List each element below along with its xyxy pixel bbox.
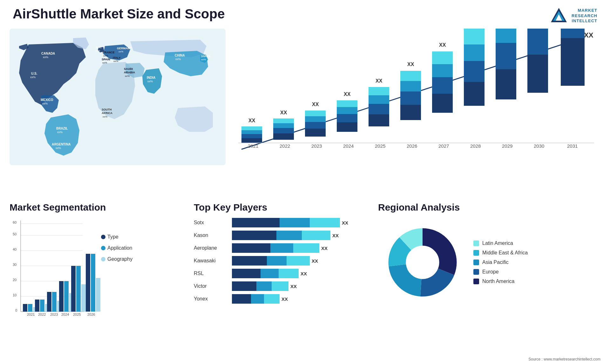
svg-text:U.S.: U.S.	[31, 72, 37, 75]
svg-text:2021: 2021	[248, 143, 258, 149]
player-bar-victor: XX	[232, 281, 372, 291]
svg-text:2030: 2030	[534, 143, 544, 149]
logo: MARKET RESEARCH INTELLECT	[549, 6, 597, 25]
svg-rect-138	[76, 266, 81, 312]
svg-text:xx%: xx%	[42, 102, 48, 105]
svg-rect-52	[305, 116, 326, 122]
svg-rect-40	[241, 130, 262, 134]
player-bar-sotx: XX	[232, 218, 372, 227]
svg-text:2026: 2026	[407, 143, 417, 149]
map-container: CANADA xx% U.S. xx% MEXICO xx% BRAZIL xx…	[10, 29, 226, 165]
north-america-label: North America	[482, 279, 514, 284]
player-bar-kason: XX	[232, 231, 372, 240]
svg-rect-68	[400, 105, 421, 120]
svg-rect-74	[432, 94, 453, 113]
svg-text:SPAIN: SPAIN	[102, 58, 110, 61]
svg-text:xx%: xx%	[43, 56, 48, 59]
player-name-kason: Kason	[194, 233, 229, 238]
players-list: Sotx XX Kason XX Aer	[194, 218, 372, 304]
svg-rect-57	[337, 114, 357, 122]
svg-text:CHINA: CHINA	[175, 54, 185, 57]
svg-rect-44	[273, 133, 294, 140]
svg-text:2027: 2027	[438, 143, 449, 149]
svg-text:GERMANY: GERMANY	[117, 47, 132, 50]
player-row-sotx: Sotx XX	[194, 218, 372, 227]
svg-rect-50	[305, 129, 326, 137]
legend-europe: Europe	[473, 269, 528, 275]
svg-point-149	[101, 257, 105, 261]
svg-text:MEXICO: MEXICO	[41, 98, 53, 102]
svg-rect-80	[464, 82, 485, 106]
svg-text:Application: Application	[107, 245, 132, 251]
player-name-yonex: Yonex	[194, 296, 229, 302]
svg-text:AFRICA: AFRICA	[102, 111, 112, 115]
svg-rect-143	[96, 278, 100, 312]
svg-rect-69	[400, 91, 421, 105]
svg-rect-63	[369, 104, 389, 114]
middle-east-dot	[473, 250, 479, 256]
svg-text:XX: XX	[344, 91, 351, 97]
key-players-section: Top Key Players Sotx XX Kason	[194, 202, 372, 354]
svg-rect-53	[305, 111, 326, 116]
svg-rect-121	[23, 304, 27, 312]
asia-pacific-label: Asia Pacific	[482, 260, 509, 265]
svg-text:XX: XX	[376, 78, 383, 84]
svg-rect-125	[35, 300, 39, 312]
svg-text:xx%: xx%	[95, 49, 100, 52]
europe-label: Europe	[482, 269, 499, 275]
svg-point-147	[101, 246, 105, 250]
svg-text:2021: 2021	[27, 313, 35, 316]
svg-rect-77	[432, 51, 453, 64]
player-name-victor: Victor	[194, 283, 229, 289]
svg-rect-59	[337, 100, 357, 107]
svg-text:Type: Type	[107, 234, 119, 239]
svg-text:xx%: xx%	[201, 58, 206, 61]
growth-chart-section: XX XX 2021 XX 2022 XX 2023 XX 2024	[229, 29, 600, 165]
legend-middle-east-africa: Middle East & Africa	[473, 250, 528, 256]
svg-rect-70	[400, 81, 421, 91]
canada-label: CANADA	[41, 52, 55, 55]
svg-text:30: 30	[13, 263, 17, 266]
svg-rect-141	[86, 254, 90, 312]
svg-text:BRAZIL: BRAZIL	[56, 127, 68, 130]
svg-rect-75	[432, 77, 453, 94]
svg-text:Geography: Geography	[107, 256, 132, 262]
legend-asia-pacific: Asia Pacific	[473, 260, 528, 265]
svg-rect-81	[464, 61, 485, 82]
svg-rect-133	[59, 281, 64, 312]
svg-text:2024: 2024	[343, 143, 354, 149]
svg-text:xx%: xx%	[125, 75, 130, 78]
svg-rect-130	[52, 292, 57, 312]
player-row-kason: Kason XX	[194, 231, 372, 240]
regional-title: Regional Analysis	[378, 202, 600, 213]
svg-rect-92	[527, 55, 548, 93]
svg-rect-76	[432, 64, 453, 77]
svg-text:2023: 2023	[50, 313, 58, 316]
regional-analysis-section: Regional Analysis	[378, 202, 600, 354]
svg-text:SOUTH: SOUTH	[102, 108, 112, 111]
svg-text:0: 0	[15, 308, 17, 312]
svg-text:FRANCE: FRANCE	[103, 51, 115, 54]
player-row-victor: Victor XX	[194, 281, 372, 291]
svg-rect-86	[496, 69, 516, 99]
svg-rect-38	[241, 138, 262, 143]
svg-rect-65	[369, 87, 389, 95]
svg-text:XX: XX	[312, 102, 319, 107]
svg-rect-51	[305, 122, 326, 129]
svg-rect-64	[369, 95, 389, 104]
svg-rect-46	[273, 123, 294, 128]
svg-rect-99	[561, 29, 585, 38]
latin-america-label: Latin America	[482, 240, 513, 246]
svg-text:ITALY: ITALY	[113, 56, 121, 59]
svg-rect-58	[337, 107, 357, 114]
svg-rect-62	[369, 114, 389, 126]
svg-text:ARGENTINA: ARGENTINA	[52, 143, 71, 146]
svg-rect-87	[496, 43, 516, 69]
header: AirShuttle Market Size and Scope MARKET …	[13, 6, 597, 25]
donut-svg	[378, 218, 467, 307]
svg-rect-98	[561, 38, 585, 86]
svg-rect-142	[91, 254, 95, 312]
svg-text:20: 20	[13, 278, 17, 282]
donut-chart	[378, 218, 467, 307]
asia-pacific-dot	[473, 260, 479, 265]
